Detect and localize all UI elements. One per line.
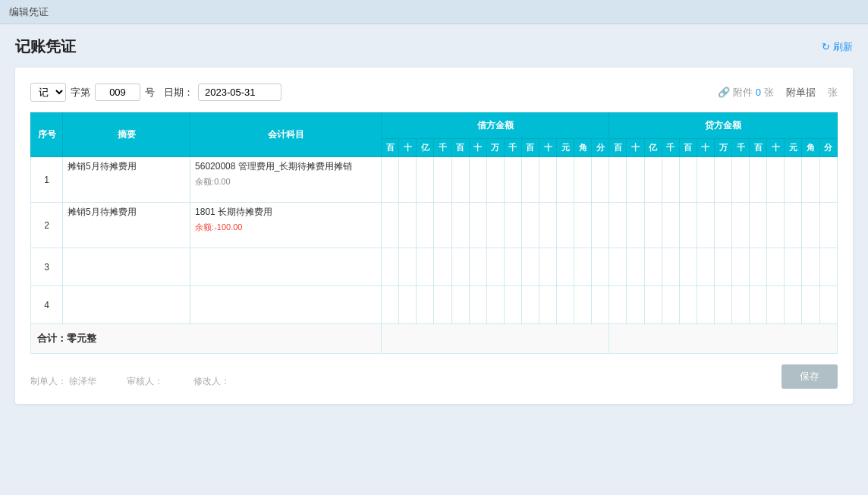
row-debit-2-10[interactable] bbox=[557, 248, 574, 286]
row-credit-1-8[interactable] bbox=[750, 203, 767, 248]
row-credit-3-7[interactable] bbox=[732, 286, 750, 324]
row-debit-0-0[interactable] bbox=[382, 157, 399, 203]
attachment-doc-label[interactable]: 附单据 bbox=[786, 86, 816, 99]
row-debit-1-2[interactable] bbox=[417, 203, 434, 248]
row-debit-3-4[interactable] bbox=[451, 286, 469, 324]
row-debit-1-7[interactable] bbox=[504, 203, 521, 248]
row-account-1[interactable]: 1801 长期待摊费用余额:-100.00 bbox=[190, 203, 382, 248]
row-debit-2-0[interactable] bbox=[382, 248, 399, 286]
row-credit-3-4[interactable] bbox=[679, 286, 697, 324]
row-debit-1-3[interactable] bbox=[434, 203, 451, 248]
row-debit-0-3[interactable] bbox=[434, 157, 451, 203]
row-debit-3-6[interactable] bbox=[486, 286, 504, 324]
row-credit-0-8[interactable] bbox=[750, 157, 767, 203]
row-credit-0-5[interactable] bbox=[697, 157, 714, 203]
voucher-number-input[interactable] bbox=[95, 84, 140, 101]
row-credit-3-0[interactable] bbox=[609, 286, 627, 324]
row-debit-3-1[interactable] bbox=[399, 286, 417, 324]
row-debit-3-8[interactable] bbox=[521, 286, 539, 324]
row-debit-3-5[interactable] bbox=[469, 286, 486, 324]
row-debit-0-9[interactable] bbox=[539, 157, 557, 203]
row-credit-2-3[interactable] bbox=[662, 248, 679, 286]
row-credit-1-10[interactable] bbox=[785, 203, 802, 248]
row-credit-2-7[interactable] bbox=[732, 248, 750, 286]
row-debit-3-0[interactable] bbox=[382, 286, 399, 324]
row-summary-2[interactable] bbox=[63, 248, 190, 286]
row-credit-0-6[interactable] bbox=[714, 157, 731, 203]
row-debit-2-7[interactable] bbox=[504, 248, 521, 286]
row-credit-1-1[interactable] bbox=[627, 203, 644, 248]
row-debit-1-9[interactable] bbox=[539, 203, 557, 248]
row-summary-3[interactable] bbox=[63, 286, 190, 324]
row-credit-2-1[interactable] bbox=[627, 248, 644, 286]
row-debit-2-6[interactable] bbox=[486, 248, 504, 286]
row-summary-0[interactable]: 摊销5月待摊费用 bbox=[63, 157, 190, 203]
row-debit-3-2[interactable] bbox=[417, 286, 434, 324]
prefix-select[interactable]: 记 bbox=[30, 83, 66, 102]
row-credit-3-12[interactable] bbox=[819, 286, 837, 324]
row-credit-1-12[interactable] bbox=[819, 203, 837, 248]
row-credit-3-11[interactable] bbox=[802, 286, 819, 324]
row-debit-2-11[interactable] bbox=[574, 248, 592, 286]
row-debit-2-9[interactable] bbox=[539, 248, 557, 286]
row-debit-1-0[interactable] bbox=[382, 203, 399, 248]
row-debit-1-4[interactable] bbox=[451, 203, 469, 248]
row-credit-0-1[interactable] bbox=[627, 157, 644, 203]
row-credit-1-3[interactable] bbox=[662, 203, 679, 248]
save-button[interactable]: 保存 bbox=[782, 364, 838, 389]
row-debit-2-8[interactable] bbox=[521, 248, 539, 286]
row-credit-3-5[interactable] bbox=[697, 286, 714, 324]
row-debit-2-1[interactable] bbox=[399, 248, 417, 286]
row-credit-1-4[interactable] bbox=[679, 203, 697, 248]
row-credit-2-0[interactable] bbox=[609, 248, 627, 286]
row-credit-0-4[interactable] bbox=[679, 157, 697, 203]
row-credit-0-11[interactable] bbox=[802, 157, 819, 203]
row-debit-1-5[interactable] bbox=[469, 203, 486, 248]
row-credit-0-12[interactable] bbox=[819, 157, 837, 203]
row-debit-0-5[interactable] bbox=[469, 157, 486, 203]
row-credit-1-6[interactable] bbox=[714, 203, 731, 248]
row-credit-3-3[interactable] bbox=[662, 286, 679, 324]
row-credit-2-2[interactable] bbox=[644, 248, 662, 286]
row-credit-0-3[interactable] bbox=[662, 157, 679, 203]
row-credit-1-11[interactable] bbox=[802, 203, 819, 248]
row-debit-1-10[interactable] bbox=[557, 203, 574, 248]
row-credit-3-9[interactable] bbox=[767, 286, 785, 324]
row-credit-3-10[interactable] bbox=[785, 286, 802, 324]
row-credit-1-5[interactable] bbox=[697, 203, 714, 248]
refresh-button[interactable]: ↻ 刷新 bbox=[822, 40, 853, 54]
row-debit-3-9[interactable] bbox=[539, 286, 557, 324]
row-credit-3-2[interactable] bbox=[644, 286, 662, 324]
row-debit-3-10[interactable] bbox=[557, 286, 574, 324]
row-debit-1-1[interactable] bbox=[399, 203, 417, 248]
row-debit-2-3[interactable] bbox=[434, 248, 451, 286]
row-account-3[interactable] bbox=[190, 286, 382, 324]
row-debit-3-12[interactable] bbox=[592, 286, 609, 324]
row-debit-0-10[interactable] bbox=[557, 157, 574, 203]
row-credit-1-2[interactable] bbox=[644, 203, 662, 248]
row-debit-3-11[interactable] bbox=[574, 286, 592, 324]
row-credit-2-11[interactable] bbox=[802, 248, 819, 286]
row-account-2[interactable] bbox=[190, 248, 382, 286]
row-debit-0-11[interactable] bbox=[574, 157, 592, 203]
row-credit-2-12[interactable] bbox=[819, 248, 837, 286]
row-credit-3-1[interactable] bbox=[627, 286, 644, 324]
row-credit-1-0[interactable] bbox=[609, 203, 627, 248]
row-credit-2-9[interactable] bbox=[767, 248, 785, 286]
row-credit-0-10[interactable] bbox=[785, 157, 802, 203]
row-debit-0-6[interactable] bbox=[486, 157, 504, 203]
row-debit-1-6[interactable] bbox=[486, 203, 504, 248]
row-credit-1-7[interactable] bbox=[732, 203, 750, 248]
row-credit-0-2[interactable] bbox=[644, 157, 662, 203]
row-credit-1-9[interactable] bbox=[767, 203, 785, 248]
row-credit-2-5[interactable] bbox=[697, 248, 714, 286]
row-debit-2-2[interactable] bbox=[417, 248, 434, 286]
row-credit-0-0[interactable] bbox=[609, 157, 627, 203]
row-debit-2-5[interactable] bbox=[469, 248, 486, 286]
row-credit-2-8[interactable] bbox=[750, 248, 767, 286]
row-credit-3-8[interactable] bbox=[750, 286, 767, 324]
row-debit-3-7[interactable] bbox=[504, 286, 521, 324]
row-debit-0-12[interactable] bbox=[592, 157, 609, 203]
row-debit-0-4[interactable] bbox=[451, 157, 469, 203]
row-credit-0-9[interactable] bbox=[767, 157, 785, 203]
